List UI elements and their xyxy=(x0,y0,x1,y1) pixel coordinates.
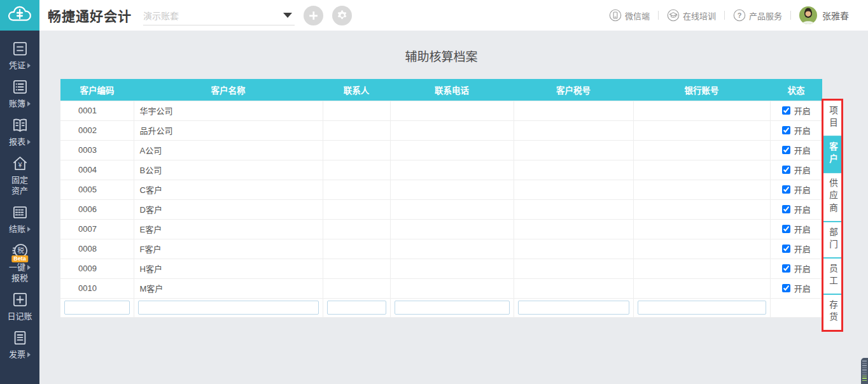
status-checkbox[interactable] xyxy=(782,185,790,194)
new-name-input[interactable] xyxy=(138,301,319,315)
cell-tax_no xyxy=(514,199,633,219)
column-header-客户税号: 客户税号 xyxy=(514,79,633,101)
cell-bank xyxy=(633,259,770,278)
cell-contact xyxy=(323,120,390,140)
app-logo[interactable] xyxy=(0,0,39,31)
status-checkbox[interactable] xyxy=(782,106,790,115)
cell-tax_no xyxy=(514,259,633,278)
table-row[interactable]: 0006D客户开启 xyxy=(60,199,822,219)
column-header-银行账号: 银行账号 xyxy=(633,79,770,101)
nav-link-微信端[interactable]: 微信端 xyxy=(609,9,650,22)
sidebar-item-凭证[interactable]: 凭证 xyxy=(0,40,39,71)
status-checkbox[interactable] xyxy=(782,284,790,292)
table-row[interactable]: 0010M客户开启 xyxy=(60,278,822,298)
cell-phone xyxy=(390,219,514,239)
sidebar-item-固定资产[interactable]: ¥固定资产 xyxy=(0,155,39,196)
cell-status: 开启 xyxy=(770,239,822,259)
table-row[interactable]: 0007E客户开启 xyxy=(60,219,822,239)
user-menu[interactable]: 张雅春 xyxy=(799,6,849,24)
tab-项目[interactable]: 项目 xyxy=(823,101,841,136)
customer-archive-table-wrap: 客户编码客户名称联系人联系电话客户税号银行账号状态 0001华宇公司开启0002… xyxy=(60,79,822,318)
fixed-asset-icon: ¥ xyxy=(11,155,29,172)
table-row[interactable]: 0004B公司开启 xyxy=(60,160,822,180)
app-title: 畅捷通好会计 xyxy=(48,6,132,25)
scrollbar-thumb[interactable] xyxy=(861,358,868,384)
add-button[interactable] xyxy=(304,6,323,25)
sidebar-item-账簿[interactable]: 账簿 xyxy=(0,78,39,109)
cell-bank xyxy=(633,120,770,140)
status-label: 开启 xyxy=(794,205,811,215)
new-bank-input[interactable] xyxy=(638,301,766,315)
status-label: 开启 xyxy=(794,284,811,294)
tab-客户[interactable]: 客户 xyxy=(823,136,841,172)
sidebar-item-报表[interactable]: 报表 xyxy=(0,117,39,147)
chevron-right-icon xyxy=(27,101,31,106)
nav-link-产品服务[interactable]: ?产品服务 xyxy=(733,9,782,22)
cell-phone xyxy=(390,120,514,140)
new-contact-input[interactable] xyxy=(327,301,386,315)
table-row[interactable]: 0009H客户开启 xyxy=(60,259,822,278)
cell-tax_no xyxy=(514,120,633,140)
cell-contact xyxy=(323,239,390,259)
settings-button[interactable] xyxy=(332,6,352,25)
status-checkbox[interactable] xyxy=(782,166,790,174)
sidebar-item-发票[interactable]: 发票 xyxy=(0,329,39,360)
new-phone-input[interactable] xyxy=(395,301,510,315)
cell-name: C客户 xyxy=(134,180,323,199)
tab-员工[interactable]: 员工 xyxy=(823,257,841,294)
cell-contact xyxy=(323,278,390,298)
cell-name: E客户 xyxy=(134,219,323,239)
cell-status: 开启 xyxy=(770,101,822,120)
status-checkbox[interactable] xyxy=(782,146,790,154)
new-code-input[interactable] xyxy=(64,301,130,315)
cell-phone xyxy=(390,140,514,160)
cell-name: B公司 xyxy=(134,160,323,180)
cell-name: H客户 xyxy=(134,259,323,278)
nav-link-label: 在线培训 xyxy=(683,10,716,22)
sidebar-item-label: 账簿 xyxy=(9,98,31,109)
cell-contact xyxy=(323,259,390,278)
table-row[interactable]: 0008F客户开启 xyxy=(60,239,822,259)
page-title: 辅助核算档案 xyxy=(60,47,822,64)
cell-code: 0007 xyxy=(60,219,134,239)
table-row[interactable]: 0002品升公司开启 xyxy=(60,120,822,140)
sidebar-item-日记账[interactable]: 日记账 xyxy=(0,291,39,322)
sidebar-item-label: 一键 xyxy=(9,262,31,273)
top-right-nav: 微信端在线培训?产品服务 张雅春 xyxy=(609,6,849,24)
cell-bank xyxy=(633,219,770,239)
cell-status: 开启 xyxy=(770,278,822,298)
divider xyxy=(658,11,659,20)
tab-供应商[interactable]: 供应商 xyxy=(823,172,841,221)
sidebar-item-label: 日记账 xyxy=(7,311,32,322)
cell-contact xyxy=(323,180,390,199)
cell-bank xyxy=(633,239,770,259)
table-row[interactable]: 0001华宇公司开启 xyxy=(60,101,822,120)
training-icon xyxy=(667,9,680,22)
cell-bank xyxy=(633,101,770,120)
tab-存货[interactable]: 存货 xyxy=(823,294,841,330)
cell-code: 0010 xyxy=(60,278,134,298)
status-checkbox[interactable] xyxy=(782,245,790,253)
column-header-状态: 状态 xyxy=(770,79,822,101)
cell-tax_no xyxy=(514,239,633,259)
help-icon: ? xyxy=(733,9,746,22)
cell-status: 开启 xyxy=(770,199,822,219)
new-tax_no-input[interactable] xyxy=(518,301,629,315)
status-checkbox[interactable] xyxy=(782,205,790,213)
sidebar-item-一键报税[interactable]: 税Beta一键报税 xyxy=(0,242,39,283)
new-entry-cell-status xyxy=(770,298,822,317)
account-set-selector[interactable]: 演示账套 xyxy=(143,5,295,25)
status-checkbox[interactable] xyxy=(782,126,790,134)
sidebar-item-label: 固定 xyxy=(11,174,28,185)
sidebar-item-结账[interactable]: 结账 xyxy=(0,204,39,234)
cell-contact xyxy=(323,101,390,120)
status-checkbox[interactable] xyxy=(782,264,790,273)
chevron-right-icon xyxy=(27,139,31,145)
status-label: 开启 xyxy=(794,185,811,195)
divider xyxy=(790,11,791,20)
table-row[interactable]: 0005C客户开启 xyxy=(60,180,822,199)
tab-部门[interactable]: 部门 xyxy=(823,221,841,257)
nav-link-在线培训[interactable]: 在线培训 xyxy=(667,9,716,22)
status-checkbox[interactable] xyxy=(782,225,790,233)
table-row[interactable]: 0003A公司开启 xyxy=(60,140,822,160)
